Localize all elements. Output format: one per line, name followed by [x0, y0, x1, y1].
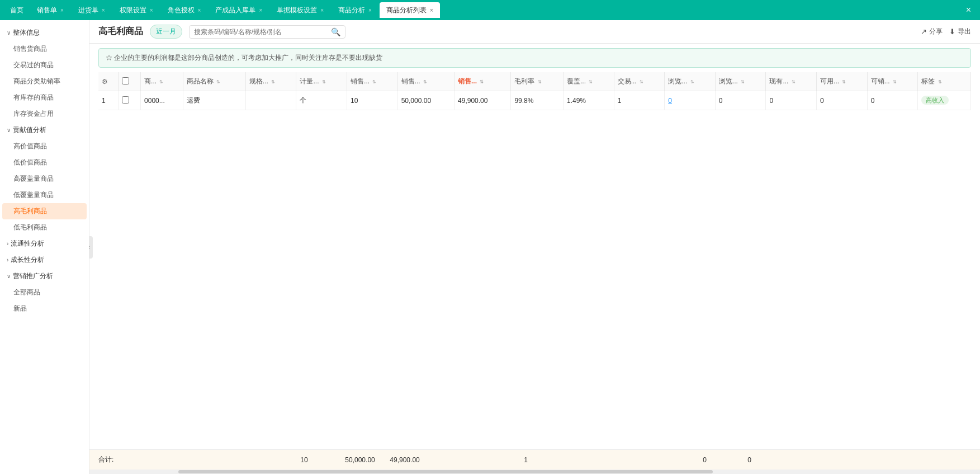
th-spec[interactable]: 规格... ⇅	[245, 72, 296, 91]
th-browse2-label: 浏览...	[719, 77, 738, 85]
export-button[interactable]: ⬇ 导出	[949, 27, 971, 36]
settings-icon[interactable]: ⚙	[102, 78, 108, 86]
search-input[interactable]	[194, 28, 329, 36]
th-saleable-sort[interactable]: ⇅	[893, 79, 897, 85]
search-icon[interactable]: 🔍	[331, 27, 340, 36]
th-sales-profit[interactable]: 销售... ⇅	[455, 72, 511, 91]
nav-tab-analysis-list-close[interactable]: ×	[430, 7, 433, 13]
window-close-button[interactable]: ×	[962, 5, 976, 15]
th-available[interactable]: 可用... ⇅	[817, 72, 868, 91]
th-browse1-label: 浏览...	[668, 77, 687, 85]
nav-tab-roles-close[interactable]: ×	[198, 7, 201, 13]
export-icon: ⬇	[949, 27, 955, 36]
th-name[interactable]: 商品名称 ⇅	[183, 72, 245, 91]
nav-tab-roles[interactable]: 角色授权 ×	[161, 2, 208, 18]
nav-tab-analysis-close[interactable]: ×	[368, 7, 372, 13]
nav-tab-template-close[interactable]: ×	[320, 7, 324, 13]
sidebar-group-growth[interactable]: › 成长性分析	[0, 252, 89, 268]
footer-gross-margin	[431, 456, 476, 464]
nav-tab-permissions[interactable]: 权限设置 ×	[113, 2, 160, 18]
footer-current	[655, 456, 699, 464]
nav-tab-template[interactable]: 单据模板设置 ×	[270, 2, 330, 18]
th-sales-profit-sort[interactable]: ⇅	[480, 79, 484, 85]
th-gross-margin-sort[interactable]: ⇅	[538, 79, 542, 85]
select-all-checkbox[interactable]	[122, 77, 129, 85]
sidebar-group-overall[interactable]: ∨ 整体信息	[0, 25, 89, 41]
th-tag[interactable]: 标签 ⇅	[918, 72, 971, 91]
sidebar-item-all-goods[interactable]: 全部商品	[0, 284, 89, 301]
bottom-scrollbar[interactable]	[89, 470, 980, 474]
th-name-sort[interactable]: ⇅	[216, 79, 220, 85]
bottom-scrollbar-thumb[interactable]	[178, 470, 713, 473]
sidebar-item-low-value[interactable]: 低价值商品	[0, 154, 89, 171]
nav-tab-products-close[interactable]: ×	[259, 7, 262, 13]
th-gross-margin[interactable]: 毛利率 ⇅	[511, 72, 564, 91]
th-browse1-sort[interactable]: ⇅	[690, 79, 694, 85]
th-transaction[interactable]: 交易... ⇅	[614, 72, 665, 91]
sidebar-item-stocked-goods[interactable]: 有库存的商品	[0, 90, 89, 106]
data-table: ⚙ 商... ⇅ 商品名称 ⇅	[98, 72, 971, 110]
sidebar-item-new-goods[interactable]: 新品	[0, 301, 89, 317]
td-coverage: 1.49%	[564, 91, 614, 110]
sidebar-collapse-button[interactable]: «	[89, 236, 93, 259]
nav-tab-sales-close[interactable]: ×	[60, 7, 64, 13]
sidebar-item-sales-goods[interactable]: 销售货商品	[0, 41, 89, 57]
th-browse1[interactable]: 浏览... ⇅	[665, 72, 716, 91]
sidebar-item-high-coverage[interactable]: 高覆盖量商品	[0, 171, 89, 187]
sidebar-group-contribution-label: 贡献值分析	[13, 125, 46, 135]
th-current-sort[interactable]: ⇅	[792, 79, 796, 85]
nav-home-tab[interactable]: 首页	[4, 6, 29, 15]
nav-tab-analysis-list[interactable]: 商品分析列表 ×	[380, 2, 440, 18]
th-sales-qty-sort[interactable]: ⇅	[372, 79, 376, 85]
th-saleable[interactable]: 可销... ⇅	[867, 72, 918, 91]
th-sales-qty[interactable]: 销售... ⇅	[347, 72, 398, 91]
footer-available: 0	[699, 456, 744, 464]
th-sales-amt[interactable]: 销售... ⇅	[397, 72, 454, 91]
footer-sales-qty: 10	[297, 456, 342, 464]
sidebar-item-category-rate[interactable]: 商品分类助销率	[0, 73, 89, 90]
th-available-sort[interactable]: ⇅	[842, 79, 846, 85]
header-actions: ↗ 分享 ⬇ 导出	[921, 27, 971, 36]
sidebar-item-high-value[interactable]: 高价值商品	[0, 138, 89, 154]
th-code-sort[interactable]: ⇅	[159, 79, 163, 85]
sidebar-item-traded-goods[interactable]: 交易过的商品	[0, 57, 89, 73]
sidebar-group-marketing[interactable]: ∨ 营销推广分析	[0, 268, 89, 284]
nav-tab-products[interactable]: 产成品入库单 ×	[209, 2, 269, 18]
footer-col-2	[163, 456, 207, 464]
nav-tab-permissions-close[interactable]: ×	[150, 7, 153, 13]
th-unit-sort[interactable]: ⇅	[322, 79, 326, 85]
td-unit: 个	[296, 91, 347, 110]
sidebar-item-high-margin[interactable]: 高毛利商品	[2, 203, 87, 219]
th-code[interactable]: 商... ⇅	[141, 72, 183, 91]
th-checkbox[interactable]	[119, 72, 141, 91]
sidebar-item-low-coverage[interactable]: 低覆盖量商品	[0, 187, 89, 203]
nav-tab-purchase[interactable]: 进货单 ×	[72, 2, 112, 18]
sidebar-group-contribution[interactable]: ∨ 贡献值分析	[0, 122, 89, 138]
th-current[interactable]: 现有... ⇅	[766, 72, 817, 91]
th-unit[interactable]: 计量... ⇅	[296, 72, 347, 91]
th-tag-sort[interactable]: ⇅	[938, 79, 942, 85]
th-coverage[interactable]: 覆盖... ⇅	[564, 72, 614, 91]
footer-label: 合计:	[98, 455, 113, 464]
th-transaction-sort[interactable]: ⇅	[640, 79, 643, 85]
sidebar-group-liquidity[interactable]: › 流通性分析	[0, 236, 89, 252]
filter-recent-month-button[interactable]: 近一月	[150, 25, 182, 39]
th-browse2-sort[interactable]: ⇅	[741, 79, 745, 85]
th-coverage-sort[interactable]: ⇅	[589, 79, 593, 85]
sidebar-group-liquidity-label: 流通性分析	[11, 239, 44, 248]
td-checkbox[interactable]	[119, 91, 141, 110]
th-browse2[interactable]: 浏览... ⇅	[715, 72, 766, 91]
browse1-link[interactable]: 0	[668, 97, 672, 105]
sidebar-item-stock-capital[interactable]: 库存资金占用	[0, 106, 89, 122]
th-coverage-label: 覆盖...	[567, 77, 586, 85]
th-spec-sort[interactable]: ⇅	[271, 79, 275, 85]
th-settings[interactable]: ⚙	[98, 72, 119, 91]
main-layout: ∨ 整体信息 销售货商品 交易过的商品 商品分类助销率 有库存的商品 库存资金占…	[0, 20, 980, 474]
nav-tab-purchase-close[interactable]: ×	[102, 7, 105, 13]
row-checkbox[interactable]	[122, 96, 129, 104]
share-button[interactable]: ↗ 分享	[921, 27, 943, 36]
sidebar-item-low-margin[interactable]: 低毛利商品	[0, 219, 89, 236]
nav-tab-sales[interactable]: 销售单 ×	[30, 2, 70, 18]
th-sales-amt-sort[interactable]: ⇅	[423, 79, 427, 85]
nav-tab-analysis[interactable]: 商品分析 ×	[332, 2, 378, 18]
